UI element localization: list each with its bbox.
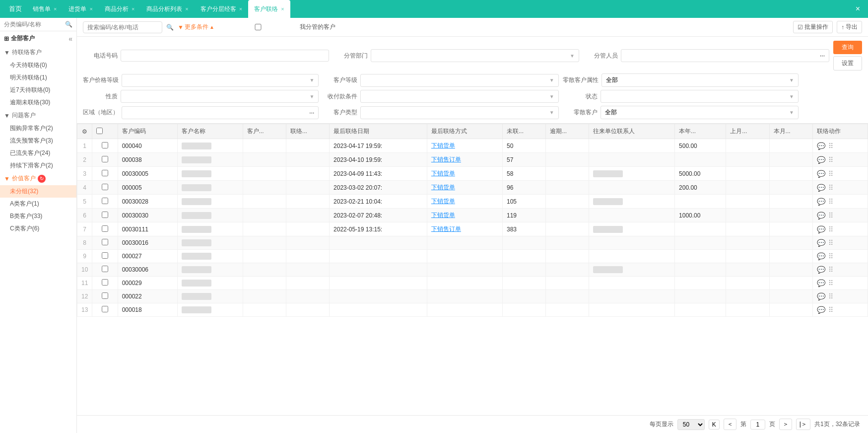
more-icon[interactable]: ⠿ bbox=[828, 184, 833, 192]
status-select[interactable]: ▼ bbox=[601, 90, 799, 103]
row-checkbox[interactable] bbox=[102, 306, 108, 312]
sidebar-item-declining[interactable]: 持续下滑客户(2) bbox=[0, 159, 76, 172]
cell-checkbox[interactable] bbox=[92, 222, 118, 236]
phone-input[interactable] bbox=[121, 50, 329, 62]
cell-checkbox[interactable] bbox=[92, 167, 118, 181]
nav-home[interactable]: 首页 bbox=[4, 0, 27, 18]
contact-method-link[interactable]: 下销货单 bbox=[431, 184, 455, 191]
search-input[interactable] bbox=[83, 21, 162, 33]
cell-checkbox[interactable] bbox=[92, 263, 118, 277]
cell-checkbox[interactable] bbox=[92, 195, 118, 209]
more-icon[interactable]: ⠿ bbox=[828, 266, 833, 274]
query-btn[interactable]: 查询 bbox=[833, 41, 862, 54]
my-customers-checkbox[interactable] bbox=[218, 24, 298, 30]
sidebar-search-icon[interactable]: 🔍 bbox=[65, 21, 72, 28]
contact-method-link[interactable]: 下销售订单 bbox=[431, 156, 461, 163]
sidebar-item-churned[interactable]: 已流失客户(24) bbox=[0, 147, 76, 159]
page-number-input[interactable] bbox=[750, 420, 765, 430]
customer-level-select[interactable]: ▼ bbox=[360, 74, 558, 87]
row-checkbox[interactable] bbox=[102, 156, 108, 162]
cell-checkbox[interactable] bbox=[92, 277, 118, 290]
cell-checkbox[interactable] bbox=[92, 139, 118, 153]
row-checkbox[interactable] bbox=[102, 266, 108, 272]
nav-tab-goods-analysis[interactable]: 商品分析 × bbox=[99, 0, 140, 18]
chat-icon[interactable]: 💬 bbox=[817, 292, 825, 300]
row-checkbox[interactable] bbox=[102, 225, 108, 232]
retail-customer-select[interactable]: 全部 ▼ bbox=[601, 106, 799, 119]
contact-method-link[interactable]: 下销货单 bbox=[431, 142, 455, 149]
chat-icon[interactable]: 💬 bbox=[817, 212, 825, 219]
price-level-select[interactable]: ▼ bbox=[122, 74, 319, 87]
nav-tab-customer-contact[interactable]: 客户联络 × bbox=[248, 0, 290, 18]
chat-icon[interactable]: 💬 bbox=[817, 279, 825, 287]
cell-checkbox[interactable] bbox=[92, 250, 118, 263]
more-icon[interactable]: ⠿ bbox=[828, 279, 833, 287]
sidebar-item-overdue[interactable]: 逾期未联络(30) bbox=[0, 96, 76, 109]
sidebar-item-today-pending[interactable]: 今天待联络(0) bbox=[0, 59, 76, 72]
retail-attr-select[interactable]: 全部 ▼ bbox=[601, 73, 799, 87]
row-checkbox[interactable] bbox=[102, 170, 108, 176]
row-checkbox[interactable] bbox=[102, 252, 108, 259]
contact-method-link[interactable]: 下销货单 bbox=[431, 170, 455, 177]
last-page-btn[interactable]: |＞ bbox=[796, 419, 810, 430]
sidebar-group-value[interactable]: ▼ 价值客户 ↻ bbox=[0, 172, 76, 185]
chat-icon[interactable]: 💬 bbox=[817, 239, 825, 247]
cell-checkbox[interactable] bbox=[92, 303, 118, 317]
close-sales-tab[interactable]: × bbox=[54, 6, 57, 12]
contact-method-link[interactable]: 下销售订单 bbox=[431, 225, 461, 232]
customer-type-select[interactable]: ▼ bbox=[360, 106, 558, 119]
chat-icon[interactable]: 💬 bbox=[817, 306, 825, 314]
checkbox-col-header[interactable] bbox=[92, 124, 118, 139]
all-customers-header[interactable]: ⊞ 全部客户 « bbox=[0, 31, 76, 46]
nav-tab-customer-segment[interactable]: 客户分层经客 × bbox=[195, 0, 248, 18]
sidebar-item-ungrouped[interactable]: 未分组(32) bbox=[0, 185, 76, 198]
per-page-select[interactable]: 50 100 200 bbox=[677, 419, 705, 430]
sidebar-search-input[interactable] bbox=[4, 21, 65, 28]
contact-method-link[interactable]: 下销货单 bbox=[431, 198, 455, 205]
chat-icon[interactable]: 💬 bbox=[817, 156, 825, 164]
sidebar-item-class-b[interactable]: B类客户(33) bbox=[0, 210, 76, 222]
row-checkbox[interactable] bbox=[102, 212, 108, 218]
select-all-checkbox[interactable] bbox=[96, 128, 103, 134]
chat-icon[interactable]: 💬 bbox=[817, 184, 825, 192]
settings-col-header[interactable]: ⚙ bbox=[77, 124, 92, 139]
search-icon[interactable]: 🔍 bbox=[166, 24, 174, 31]
close-goods-analysis-tab[interactable]: × bbox=[132, 6, 134, 12]
more-icon[interactable]: ⠿ bbox=[828, 292, 833, 300]
close-segment-tab[interactable]: × bbox=[239, 6, 242, 12]
cell-checkbox[interactable] bbox=[92, 290, 118, 303]
more-icon[interactable]: ⠿ bbox=[828, 142, 833, 150]
more-icon[interactable]: ⠿ bbox=[828, 239, 833, 247]
more-icon[interactable]: ⠿ bbox=[828, 306, 833, 314]
chat-icon[interactable]: 💬 bbox=[817, 252, 825, 260]
more-icon[interactable]: ⠿ bbox=[828, 156, 833, 164]
nav-tab-purchase[interactable]: 进货单 × bbox=[63, 0, 98, 18]
sidebar-group-pending[interactable]: ▼ 待联络客户 bbox=[0, 46, 76, 59]
manager-select[interactable]: ··· bbox=[621, 49, 829, 62]
nav-tab-goods-list[interactable]: 商品分析列表 × bbox=[140, 0, 194, 18]
prev-page-btn[interactable]: ＜ bbox=[724, 419, 736, 430]
chat-icon[interactable]: 💬 bbox=[817, 225, 825, 233]
chat-icon[interactable]: 💬 bbox=[817, 198, 825, 206]
sidebar-item-churn-warning[interactable]: 流失预警客户(3) bbox=[0, 135, 76, 147]
cell-checkbox[interactable] bbox=[92, 181, 118, 195]
cell-checkbox[interactable] bbox=[92, 209, 118, 222]
contact-method-link[interactable]: 下销货单 bbox=[431, 212, 455, 218]
close-contact-tab[interactable]: × bbox=[281, 6, 284, 12]
close-goods-list-tab[interactable]: × bbox=[185, 6, 188, 12]
more-icon[interactable]: ⠿ bbox=[828, 225, 833, 233]
chat-icon[interactable]: 💬 bbox=[817, 142, 825, 150]
more-icon[interactable]: ⠿ bbox=[828, 252, 833, 260]
dept-select[interactable]: ▼ bbox=[371, 49, 579, 62]
more-icon[interactable]: ⠿ bbox=[828, 212, 833, 219]
payment-select[interactable]: ▼ bbox=[360, 90, 558, 103]
more-conditions-btn[interactable]: ▼ 更多条件 ▲ bbox=[178, 23, 214, 31]
sidebar-item-tomorrow-pending[interactable]: 明天待联络(1) bbox=[0, 72, 76, 84]
more-icon[interactable]: ⠿ bbox=[828, 198, 833, 206]
first-page-btn[interactable]: K bbox=[709, 420, 720, 430]
nature-select[interactable]: ▼ bbox=[121, 90, 319, 103]
batch-operation-btn[interactable]: ☑ 批量操作 bbox=[793, 21, 833, 33]
next-page-btn[interactable]: ＞ bbox=[779, 419, 792, 430]
cell-checkbox[interactable] bbox=[92, 236, 118, 250]
window-close-button[interactable]: × bbox=[852, 4, 864, 13]
